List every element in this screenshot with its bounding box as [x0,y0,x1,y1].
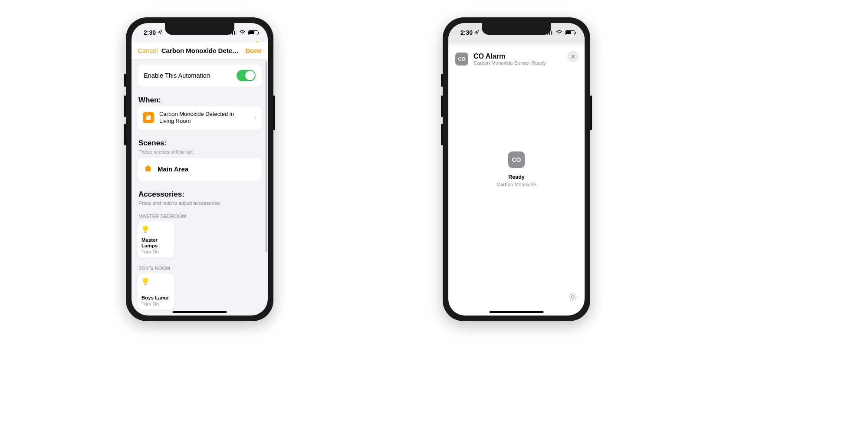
home-icon [144,164,152,174]
screen-automation: 2:30 Cancel Ca [132,23,268,316]
bulb-icon [141,277,170,288]
side-button [124,74,126,87]
sensor-icon [143,112,154,123]
content: Enable This Automation When: Carbon Mono… [132,59,268,310]
screen-sensor: 2:30 CO CO Alarm [448,23,585,316]
when-trigger-row[interactable]: Carbon Monoxide Detected in Living Room … [138,106,262,129]
co-badge-icon: CO [508,151,525,168]
side-button [273,95,275,130]
scenes-subtitle: These scenes will be set. [138,149,262,155]
room-header: MASTER BEDROOM [138,214,262,219]
enable-automation-toggle[interactable] [237,70,256,81]
chevron-right-icon: › [254,114,256,122]
bulb-icon [141,225,170,236]
notch [165,23,234,35]
accessory-tile[interactable]: Master Lamps Turn On [138,221,174,258]
status-time: 2:30 [144,29,156,36]
accessory-tile[interactable]: Boys Lamp Turn On [138,273,174,310]
wifi-icon [239,29,246,36]
accessory-name: Boys Lamp [141,295,170,301]
enable-automation-label: Enable This Automation [144,72,210,79]
accessories-heading: Accessories: [138,190,262,199]
done-button[interactable]: Done [246,47,262,54]
battery-icon [248,30,258,35]
svg-rect-0 [146,115,151,120]
cancel-button[interactable]: Cancel [138,47,158,54]
side-button [441,74,443,87]
scroll-indicator [266,61,267,252]
nav-title: Carbon Monoxide Detected in… [161,47,242,54]
side-button [441,95,443,117]
when-trigger-label: Carbon Monoxide Detected in Living Room [159,111,249,125]
phone-mock-right: 2:30 CO CO Alarm [443,17,590,321]
home-indicator [490,311,544,313]
svg-point-1 [147,116,148,117]
enable-automation-row[interactable]: Enable This Automation [138,65,262,86]
svg-rect-2 [145,231,147,233]
location-icon [158,29,162,36]
sensor-kind: Carbon Monoxide [497,182,536,187]
when-heading: When: [138,96,262,105]
notch [482,23,551,35]
side-button [124,95,126,117]
side-button [124,124,126,145]
accessory-state: Turn On [141,301,170,306]
side-button [590,95,592,130]
scenes-heading: Scenes: [138,139,262,148]
home-indicator [173,311,227,313]
svg-rect-3 [145,283,147,285]
side-button [441,124,443,145]
svg-point-4 [572,296,574,298]
nav-bar: Cancel Carbon Monoxide Detected in… Done [132,42,268,59]
accessory-state: Turn On [141,249,170,254]
room-header: BOY'S ROOM [138,266,262,271]
sensor-state: Ready [508,174,525,180]
scene-label: Main Area [158,165,188,173]
accessories-subtitle: Press and hold to adjust accessories. [138,201,262,206]
scene-row[interactable]: Main Area [138,158,262,181]
settings-button[interactable] [568,292,578,303]
sensor-status-panel: CO Ready Carbon Monoxide [448,23,585,316]
phone-mock-left: 2:30 Cancel Ca [126,17,273,321]
accessory-name: Master Lamps [141,237,170,249]
